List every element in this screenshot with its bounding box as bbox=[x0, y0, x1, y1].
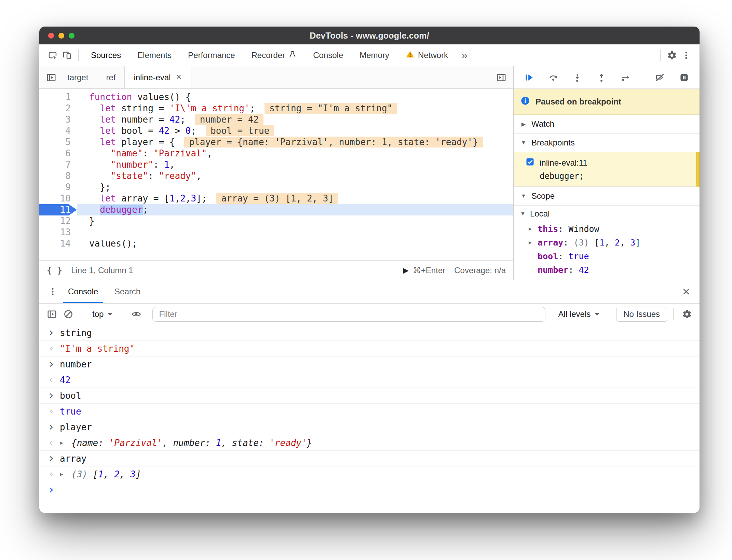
kebab-menu-icon[interactable] bbox=[679, 48, 693, 62]
line-number[interactable]: 2 bbox=[39, 103, 77, 114]
pause-on-exceptions-icon[interactable] bbox=[677, 70, 691, 85]
console-sidebar-icon[interactable] bbox=[45, 307, 59, 321]
code-text[interactable]: let number = 42;number = 42 bbox=[77, 114, 513, 125]
toggle-debugger-sidebar-icon[interactable] bbox=[494, 70, 509, 85]
show-navigator-icon[interactable] bbox=[44, 70, 58, 85]
code-line[interactable]: 14values(); bbox=[39, 238, 513, 249]
step-over-icon[interactable] bbox=[546, 70, 560, 85]
line-number[interactable]: 9 bbox=[39, 182, 77, 193]
code-text[interactable]: }; bbox=[77, 182, 513, 193]
step-into-icon[interactable] bbox=[570, 70, 584, 85]
tab-memory[interactable]: Memory bbox=[351, 44, 397, 66]
device-toolbar-icon[interactable] bbox=[60, 48, 74, 62]
watch-section-header[interactable]: ▶ Watch bbox=[514, 115, 700, 134]
chevron-right-icon[interactable]: ▶ bbox=[529, 239, 538, 246]
code-line[interactable]: 12} bbox=[39, 215, 513, 227]
scope-local-header[interactable]: ▼ Local bbox=[514, 206, 700, 222]
line-number[interactable]: 8 bbox=[39, 170, 77, 182]
close-window-button[interactable] bbox=[48, 33, 54, 39]
code-text[interactable]: "name": "Parzival", bbox=[77, 148, 513, 159]
breakpoint-checkbox[interactable] bbox=[525, 157, 535, 169]
code-line-current[interactable]: 11 debugger; bbox=[39, 204, 513, 215]
code-area[interactable]: 1function values() {2 let string = 'I\'m… bbox=[39, 89, 513, 260]
code-text[interactable]: values(); bbox=[77, 238, 513, 249]
line-number[interactable]: 14 bbox=[39, 238, 77, 249]
step-icon[interactable] bbox=[619, 70, 633, 85]
expand-triangle-icon[interactable]: ▶ bbox=[60, 471, 67, 477]
scope-section-header[interactable]: ▼ Scope bbox=[514, 187, 700, 206]
breakpoints-section-header[interactable]: ▼ Breakpoints bbox=[514, 134, 700, 152]
console-result-row[interactable]: ▶(3) [1, 2, 3] bbox=[39, 466, 700, 482]
code-line[interactable]: 4 let bool = 42 > 0;bool = true bbox=[39, 125, 513, 137]
code-text[interactable]: let bool = 42 > 0;bool = true bbox=[77, 125, 513, 137]
console-settings-gear-icon[interactable] bbox=[680, 307, 694, 321]
line-number[interactable]: 7 bbox=[39, 159, 77, 170]
code-line[interactable]: 6 "name": "Parzival", bbox=[39, 148, 513, 159]
console-log[interactable]: string"I'm a string"number42booltrueplay… bbox=[39, 325, 700, 513]
chevron-right-icon[interactable]: ▶ bbox=[529, 226, 538, 232]
filter-input[interactable] bbox=[152, 307, 545, 322]
clear-console-icon[interactable] bbox=[61, 307, 76, 321]
code-line[interactable]: 7 "number": 1, bbox=[39, 159, 513, 170]
console-kebab-icon[interactable] bbox=[45, 284, 60, 299]
code-text[interactable]: } bbox=[77, 215, 513, 227]
tab-performance[interactable]: Performance bbox=[180, 44, 243, 66]
tab-console[interactable]: Console bbox=[305, 44, 351, 66]
inspect-icon[interactable] bbox=[45, 48, 60, 62]
step-out-icon[interactable] bbox=[594, 70, 609, 85]
issues-button[interactable]: No Issues bbox=[616, 307, 667, 322]
file-tab-ref[interactable]: ref bbox=[97, 66, 124, 88]
code-text[interactable]: let string = 'I\'m a string';string = "I… bbox=[77, 103, 513, 114]
context-selector[interactable]: top bbox=[88, 309, 117, 319]
log-levels-selector[interactable]: All levels bbox=[554, 309, 604, 319]
code-line[interactable]: 10 let array = [1,2,3];array = (3) [1, 2… bbox=[39, 193, 513, 204]
code-text[interactable] bbox=[77, 227, 513, 238]
console-prompt-row[interactable] bbox=[39, 482, 700, 498]
line-number[interactable]: 4 bbox=[39, 125, 77, 137]
line-number[interactable]: 5 bbox=[39, 137, 77, 148]
code-line[interactable]: 2 let string = 'I\'m a string';string = … bbox=[39, 103, 513, 114]
tab-recorder[interactable]: Recorder bbox=[243, 44, 305, 66]
line-number[interactable]: 12 bbox=[39, 215, 77, 227]
close-tab-icon[interactable] bbox=[175, 73, 182, 82]
expand-triangle-icon[interactable]: ▶ bbox=[60, 439, 67, 446]
deactivate-breakpoints-icon[interactable] bbox=[653, 70, 667, 85]
line-number[interactable]: 3 bbox=[39, 114, 77, 125]
code-text[interactable]: let array = [1,2,3];array = (3) [1, 2, 3… bbox=[77, 193, 513, 204]
live-expression-eye-icon[interactable] bbox=[129, 307, 144, 321]
code-text[interactable]: let player = {player = {name: 'Parzival'… bbox=[77, 137, 513, 148]
code-line[interactable]: 8 "state": "ready", bbox=[39, 170, 513, 182]
code-line[interactable]: 5 let player = {player = {name: 'Parziva… bbox=[39, 137, 513, 148]
code-line[interactable]: 9 }; bbox=[39, 182, 513, 193]
tab-network[interactable]: Network bbox=[397, 44, 456, 66]
resume-script-icon[interactable] bbox=[522, 70, 536, 85]
code-line[interactable]: 1function values() { bbox=[39, 92, 513, 103]
code-text[interactable]: debugger; bbox=[77, 204, 513, 215]
zoom-window-button[interactable] bbox=[69, 33, 74, 39]
line-number[interactable]: 11 bbox=[39, 204, 77, 215]
tab-sources[interactable]: Sources bbox=[83, 44, 129, 66]
code-text[interactable]: "state": "ready", bbox=[77, 170, 513, 182]
settings-gear-icon[interactable] bbox=[665, 48, 679, 62]
more-tabs-icon[interactable]: » bbox=[456, 50, 473, 61]
code-text[interactable]: function values() { bbox=[77, 92, 513, 103]
scope-entry[interactable]: ▶this: Window bbox=[514, 222, 700, 236]
pretty-print-icon[interactable]: { } bbox=[47, 265, 62, 275]
close-drawer-icon[interactable] bbox=[679, 284, 693, 299]
tab-elements[interactable]: Elements bbox=[129, 44, 180, 66]
minimize-window-button[interactable] bbox=[58, 33, 64, 39]
breakpoint-item[interactable]: inline-eval:11 debugger; bbox=[514, 152, 700, 187]
tab-console-drawer[interactable]: Console bbox=[60, 280, 106, 303]
line-number[interactable]: 6 bbox=[39, 148, 77, 159]
file-tab-inline-eval[interactable]: inline-eval bbox=[124, 66, 191, 88]
line-number[interactable]: 10 bbox=[39, 193, 77, 204]
scope-entry[interactable]: ▶array: (3) [1, 2, 3] bbox=[514, 236, 700, 249]
code-text[interactable]: "number": 1, bbox=[77, 159, 513, 170]
console-result-row[interactable]: ▶{name: 'Parzival', number: 1, state: 'r… bbox=[39, 435, 700, 451]
code-line[interactable]: 13 bbox=[39, 227, 513, 238]
file-tab-target[interactable]: target bbox=[58, 66, 97, 88]
line-number[interactable]: 13 bbox=[39, 227, 77, 238]
tab-search-drawer[interactable]: Search bbox=[106, 280, 149, 303]
code-line[interactable]: 3 let number = 42;number = 42 bbox=[39, 114, 513, 125]
titlebar[interactable]: DevTools - www.google.com/ bbox=[39, 27, 700, 44]
